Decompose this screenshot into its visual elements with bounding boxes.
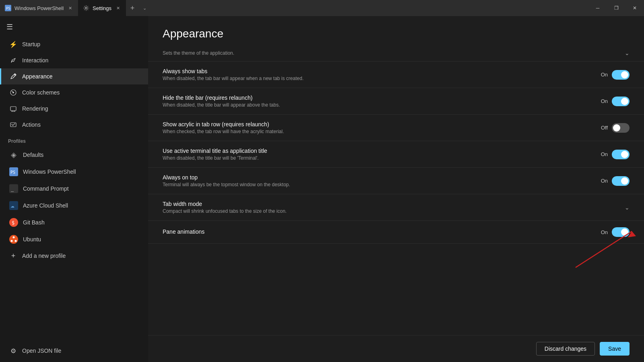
setting-row-use-active-title: Use active terminal title as application… xyxy=(148,141,644,168)
hide-title-bar-desc: When disabled, the title bar will appear… xyxy=(163,102,593,108)
window-controls: ─ ❐ ✕ xyxy=(588,0,644,16)
use-active-title-thumb xyxy=(621,151,628,158)
sidebar: ☰ ⚡ Startup Interaction Appearance Color… xyxy=(0,16,148,362)
hamburger-button[interactable]: ☰ xyxy=(0,19,148,35)
sidebar-item-appearance[interactable]: Appearance xyxy=(0,68,148,84)
svg-point-3 xyxy=(14,74,16,76)
powershell-profile-icon: PS xyxy=(9,167,18,176)
theme-chevron-icon[interactable]: ⌄ xyxy=(625,50,630,56)
tab-dropdown-button[interactable]: ⌄ xyxy=(139,2,150,14)
pane-animations-toggle[interactable] xyxy=(612,227,630,237)
always-on-top-status: On xyxy=(601,178,608,184)
main-area: ☰ ⚡ Startup Interaction Appearance Color… xyxy=(0,16,644,362)
sidebar-item-ubuntu[interactable]: Ubuntu xyxy=(0,231,148,248)
new-tab-button[interactable]: + xyxy=(126,2,139,14)
hide-title-bar-status: On xyxy=(601,98,608,104)
appearance-icon xyxy=(9,72,17,80)
cmdprompt-icon: _ xyxy=(9,184,18,193)
minimize-button[interactable]: ─ xyxy=(588,0,607,16)
theme-desc: Sets the theme of the application. xyxy=(163,50,234,56)
sidebar-item-colorschemes[interactable]: Color schemes xyxy=(0,84,148,101)
save-button[interactable]: Save xyxy=(600,342,630,356)
show-acrylic-desc: When checked, the tab row will have the … xyxy=(163,129,593,134)
svg-text:_: _ xyxy=(11,186,14,192)
sidebar-item-cmdprompt[interactable]: _ Command Prompt xyxy=(0,180,148,197)
theme-setting-row: Sets the theme of the application. ⌄ xyxy=(148,47,644,62)
sidebar-item-azureshell-label: Azure Cloud Shell xyxy=(23,202,68,209)
svg-point-16 xyxy=(9,235,18,244)
title-bar: PS Windows PowerShell ✕ Settings ✕ + ⌄ ─… xyxy=(0,0,644,16)
hide-title-bar-thumb xyxy=(621,98,628,105)
svg-text:$: $ xyxy=(12,220,14,226)
rendering-icon xyxy=(9,105,17,113)
ubuntu-icon xyxy=(9,235,18,244)
use-active-title-status: On xyxy=(601,151,608,157)
sidebar-item-colorschemes-label: Color schemes xyxy=(22,89,60,96)
setting-row-show-acrylic: Show acrylic in tab row (requires relaun… xyxy=(148,115,644,141)
always-on-top-desc: Terminal will always be the topmost wind… xyxy=(163,182,593,187)
sidebar-item-cmdprompt-label: Command Prompt xyxy=(23,185,69,192)
sidebar-item-rendering[interactable]: Rendering xyxy=(0,101,148,117)
sidebar-item-actions-label: Actions xyxy=(22,121,41,128)
gear-icon: ⚙ xyxy=(9,347,17,355)
discard-changes-button[interactable]: Discard changes xyxy=(536,342,595,356)
maximize-button[interactable]: ❐ xyxy=(607,0,625,16)
always-show-tabs-desc: When disabled, the tab bar will appear w… xyxy=(163,76,593,81)
always-show-tabs-status: On xyxy=(601,72,608,78)
sidebar-item-add-profile[interactable]: + Add a new profile xyxy=(0,248,148,264)
show-acrylic-title: Show acrylic in tab row (requires relaun… xyxy=(163,121,593,128)
sidebar-item-powershell-label: Windows PowerShell xyxy=(23,169,76,175)
svg-text:PS: PS xyxy=(6,6,10,10)
bottom-bar: Discard changes Save xyxy=(148,335,644,362)
sidebar-item-gitbash[interactable]: $ Git Bash xyxy=(0,214,148,231)
profiles-section-label: Profiles xyxy=(0,133,148,146)
sidebar-item-open-json-label: Open JSON file xyxy=(22,348,61,354)
setting-row-always-show-tabs: Always show tabs When disabled, the tab … xyxy=(148,62,644,88)
sidebar-item-interaction[interactable]: Interaction xyxy=(0,52,148,68)
tab-powershell-label: Windows PowerShell xyxy=(14,5,64,11)
sidebar-item-add-profile-label: Add a new profile xyxy=(22,253,66,259)
always-on-top-toggle[interactable] xyxy=(612,176,630,186)
tab-settings-label: Settings xyxy=(93,5,111,11)
azureshell-icon: ☁ xyxy=(9,201,18,210)
use-active-title-title: Use active terminal title as application… xyxy=(163,148,593,154)
tab-powershell[interactable]: PS Windows PowerShell ✕ xyxy=(0,0,78,16)
tab-powershell-close[interactable]: ✕ xyxy=(67,5,73,11)
sidebar-item-startup[interactable]: ⚡ Startup xyxy=(0,36,148,52)
setting-row-tab-width-mode[interactable]: Tab width mode Compact will shrink unfoc… xyxy=(148,194,644,221)
page-title: Appearance xyxy=(163,27,630,40)
tab-settings-close[interactable]: ✕ xyxy=(115,5,121,11)
defaults-icon: ◈ xyxy=(9,150,18,159)
sidebar-item-actions[interactable]: Actions xyxy=(0,117,148,133)
tab-width-mode-desc: Compact will shrink unfocused tabs to th… xyxy=(163,208,617,214)
svg-point-5 xyxy=(12,92,14,93)
svg-point-18 xyxy=(11,240,13,242)
svg-text:PS: PS xyxy=(10,170,15,175)
content-header: Appearance xyxy=(148,16,644,40)
show-acrylic-thumb xyxy=(613,124,620,132)
always-show-tabs-title: Always show tabs xyxy=(163,68,593,74)
sidebar-item-ubuntu-label: Ubuntu xyxy=(23,236,41,243)
always-on-top-thumb xyxy=(621,177,628,185)
always-show-tabs-toggle[interactable] xyxy=(612,70,630,80)
sidebar-item-defaults[interactable]: ◈ Defaults xyxy=(0,146,148,163)
sidebar-item-powershell[interactable]: PS Windows PowerShell xyxy=(0,163,148,180)
svg-point-2 xyxy=(85,7,87,9)
startup-icon: ⚡ xyxy=(9,40,17,48)
tab-width-mode-title: Tab width mode xyxy=(163,201,617,207)
close-button[interactable]: ✕ xyxy=(625,0,644,16)
sidebar-item-rendering-label: Rendering xyxy=(22,105,48,112)
show-acrylic-toggle[interactable] xyxy=(612,123,630,133)
sidebar-item-azureshell[interactable]: ☁ Azure Cloud Shell xyxy=(0,197,148,214)
hide-title-bar-toggle[interactable] xyxy=(612,97,630,106)
powershell-tab-icon: PS xyxy=(5,5,11,11)
sidebar-item-gitbash-label: Git Bash xyxy=(23,219,45,226)
use-active-title-toggle[interactable] xyxy=(612,150,630,159)
tab-width-mode-chevron[interactable]: ⌄ xyxy=(625,204,630,211)
actions-icon xyxy=(9,121,17,129)
always-on-top-title: Always on top xyxy=(163,174,593,181)
pane-animations-thumb xyxy=(621,228,628,236)
tab-settings[interactable]: Settings ✕ xyxy=(78,0,126,16)
sidebar-item-open-json[interactable]: ⚙ Open JSON file xyxy=(0,343,148,359)
use-active-title-desc: When disabled, the title bar will be 'Te… xyxy=(163,155,593,161)
